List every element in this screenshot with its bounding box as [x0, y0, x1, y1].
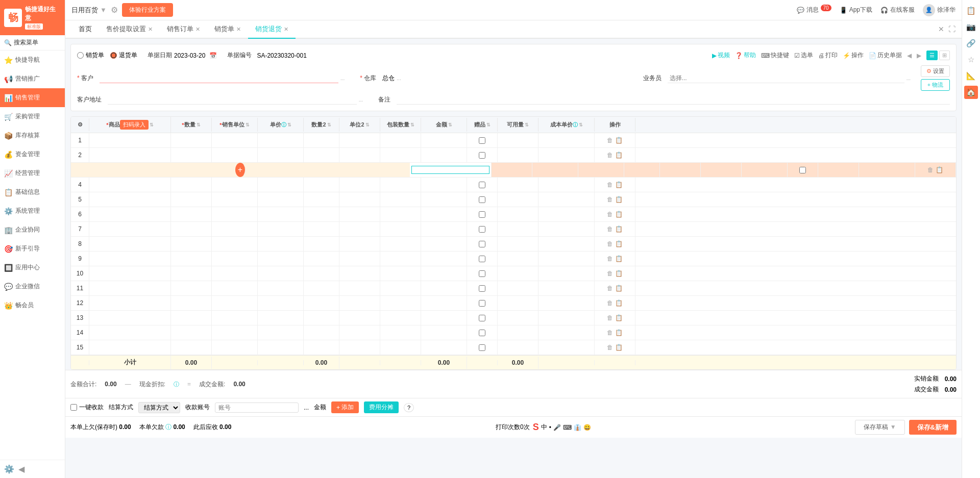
- gift-checkbox[interactable]: [469, 182, 496, 188]
- row-price[interactable]: [258, 222, 304, 236]
- delete-row-icon[interactable]: 🗑: [607, 314, 613, 321]
- row-pack[interactable]: [380, 325, 421, 340]
- row-unit2-active[interactable]: [660, 163, 701, 177]
- row-qty[interactable]: [171, 133, 212, 147]
- topbar-settings-icon[interactable]: ⚙: [111, 5, 118, 15]
- row-goods-active[interactable]: [410, 163, 492, 177]
- calendar-icon[interactable]: 📅: [209, 52, 217, 59]
- taskbar-icon6[interactable]: 😀: [583, 424, 591, 431]
- toolbar-video[interactable]: ▶ 视频: [712, 51, 730, 60]
- copy-row-icon[interactable]: 📋: [615, 240, 623, 247]
- goods-input[interactable]: [91, 211, 169, 218]
- row-price[interactable]: [258, 266, 304, 281]
- row-amount[interactable]: [421, 207, 467, 221]
- row-avail[interactable]: [498, 325, 538, 340]
- one-click-checkbox-input[interactable]: [70, 404, 77, 411]
- gift-checkbox[interactable]: [469, 152, 496, 159]
- delete-row-icon[interactable]: 🗑: [607, 329, 613, 336]
- delete-row-icon[interactable]: 🗑: [607, 181, 613, 188]
- sort-icon-unit[interactable]: ⇅: [246, 122, 250, 128]
- row-price[interactable]: [258, 148, 304, 162]
- row-price[interactable]: [258, 192, 304, 207]
- goods-input[interactable]: [91, 299, 169, 307]
- col-header-gear[interactable]: ⚙: [71, 118, 89, 131]
- row-gift[interactable]: [467, 251, 498, 266]
- row-qty2[interactable]: [304, 311, 339, 325]
- radio-return-input[interactable]: [110, 52, 117, 59]
- goods-input[interactable]: [91, 152, 169, 159]
- price-info-icon[interactable]: ⓘ: [281, 121, 286, 129]
- toolbar-history[interactable]: 📄 历史单据: [869, 51, 902, 60]
- online-service-group[interactable]: 🎧 在线客服: [880, 6, 915, 14]
- cost-info-icon[interactable]: ⓘ: [573, 121, 578, 129]
- row-price[interactable]: [258, 311, 304, 325]
- row-avail[interactable]: [498, 311, 538, 325]
- tab-close-icon[interactable]: ✕: [195, 26, 200, 33]
- row-avail[interactable]: [498, 133, 538, 147]
- gift-checkbox[interactable]: [469, 270, 496, 277]
- row-price-active[interactable]: [578, 163, 624, 177]
- row-unit2[interactable]: [339, 192, 380, 207]
- row-pack[interactable]: [380, 148, 421, 162]
- delete-row-icon[interactable]: 🗑: [607, 255, 613, 262]
- right-panel-icon-5[interactable]: 📐: [966, 69, 976, 83]
- discount-info-icon[interactable]: ⓘ: [174, 381, 179, 388]
- row-unit2[interactable]: [339, 207, 380, 221]
- row-cost[interactable]: [538, 207, 595, 221]
- row-unit[interactable]: [212, 296, 258, 310]
- gift-checkbox[interactable]: [469, 256, 496, 262]
- row-amount[interactable]: [421, 281, 467, 295]
- gift-checkbox[interactable]: [469, 196, 496, 203]
- row-goods[interactable]: [89, 311, 171, 325]
- gift-checkbox[interactable]: [789, 167, 816, 173]
- row-unit[interactable]: [212, 266, 258, 281]
- scan-btn[interactable]: 扫码录入: [120, 120, 149, 130]
- row-goods[interactable]: [89, 148, 171, 162]
- row-price[interactable]: [258, 178, 304, 192]
- row-qty[interactable]: [171, 325, 212, 340]
- row-unit2[interactable]: [339, 296, 380, 310]
- row-qty2[interactable]: [304, 325, 339, 340]
- logistics-btn[interactable]: + 物流: [921, 79, 950, 91]
- row-qty2[interactable]: [304, 222, 339, 236]
- row-price[interactable]: [258, 237, 304, 251]
- row-pack[interactable]: [380, 237, 421, 251]
- copy-row-icon[interactable]: 📋: [615, 255, 623, 262]
- row-price[interactable]: [258, 207, 304, 221]
- experience-btn[interactable]: 体验行业方案: [122, 3, 173, 17]
- row-pack[interactable]: [380, 133, 421, 147]
- sidebar-item-finance[interactable]: 💰 资金管理: [0, 145, 65, 164]
- row-unit[interactable]: [212, 237, 258, 251]
- row-gift[interactable]: [467, 178, 498, 192]
- gift-checkbox[interactable]: [469, 137, 496, 144]
- row-pack[interactable]: [380, 296, 421, 310]
- row-amount[interactable]: [421, 311, 467, 325]
- right-panel-icon-2[interactable]: 📷: [966, 20, 976, 34]
- row-cost[interactable]: [538, 251, 595, 266]
- row-unit[interactable]: [212, 207, 258, 221]
- row-goods[interactable]: [89, 340, 171, 355]
- delete-row-icon[interactable]: 🗑: [607, 270, 613, 277]
- row-qty[interactable]: [171, 266, 212, 281]
- one-click-payment-checkbox[interactable]: 一键收款: [70, 403, 104, 412]
- sidebar-item-business[interactable]: 📈 经营管理: [0, 164, 65, 183]
- sidebar-item-system[interactable]: ⚙️ 系统管理: [0, 202, 65, 220]
- row-cost[interactable]: [538, 133, 595, 147]
- toolbar-select[interactable]: ☑ 选单: [794, 51, 813, 60]
- row-qty[interactable]: [171, 192, 212, 207]
- row-amount[interactable]: [421, 148, 467, 162]
- row-unit-active[interactable]: [532, 163, 578, 177]
- warehouse-dots[interactable]: ...: [397, 76, 401, 81]
- sort-icon-pack[interactable]: ⇅: [410, 122, 414, 128]
- row-goods[interactable]: [89, 296, 171, 310]
- save-new-btn[interactable]: 保存&新增: [909, 420, 957, 435]
- row-pack[interactable]: [380, 340, 421, 355]
- row-qty[interactable]: [171, 296, 212, 310]
- row-unit[interactable]: [212, 325, 258, 340]
- row-qty2[interactable]: [304, 266, 339, 281]
- row-price[interactable]: [258, 281, 304, 295]
- sidebar-item-vip[interactable]: 👑 畅会员: [0, 296, 65, 315]
- row-amount[interactable]: [421, 251, 467, 266]
- row-avail[interactable]: [498, 192, 538, 207]
- copy-row-icon[interactable]: 📋: [615, 181, 623, 188]
